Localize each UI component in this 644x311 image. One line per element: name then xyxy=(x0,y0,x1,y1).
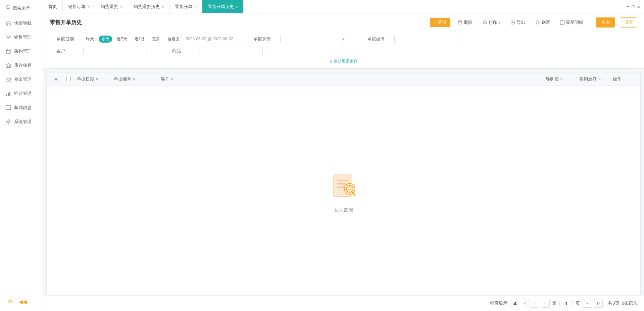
info-icon xyxy=(5,105,11,111)
page-header: 零售开单历史 + 新增 删除 打印 ▾ 导出 xyxy=(43,13,644,69)
setting-button[interactable]: 设置 xyxy=(620,17,637,28)
tab-retail-open-label: 零售开单 xyxy=(175,4,192,10)
th-no[interactable]: 单据编号 ⇅ xyxy=(111,76,158,82)
date-1month[interactable]: 近1月 xyxy=(132,36,148,43)
tab-retail-open[interactable]: 零售开单 × xyxy=(169,0,202,13)
sidebar-item-inventory[interactable]: 库存核算 xyxy=(0,58,43,72)
date-7days[interactable]: 近7天 xyxy=(114,36,130,43)
svg-rect-8 xyxy=(6,94,7,96)
collapse-sidebar-icon[interactable]: ◀◀ xyxy=(18,297,28,306)
date-custom[interactable]: 自定义 xyxy=(165,36,182,43)
sidebar-item-basic-info[interactable]: 基础信息 xyxy=(0,101,43,115)
tab-home[interactable]: 首页 xyxy=(43,0,63,13)
tab-sales-order[interactable]: 销售订单 × xyxy=(63,0,95,13)
refresh-button[interactable]: 刷新 xyxy=(533,18,553,27)
first-page-btn[interactable]: ⟨⟨ xyxy=(530,299,538,308)
close-btn[interactable]: × xyxy=(637,4,640,9)
prev-page-btn[interactable]: ＜ xyxy=(541,299,550,308)
date-more[interactable]: 更多 xyxy=(149,36,163,43)
th-amount[interactable]: 实销金额 ⇅ xyxy=(577,76,610,82)
filter-row-1: 单据日期 昨天 今天 近7天 近1月 更多 自定义 2023-06-02 至 2… xyxy=(56,35,631,43)
print-arrow-icon: ▾ xyxy=(499,21,500,24)
bag-icon xyxy=(5,48,11,54)
delete-button[interactable]: 删除 xyxy=(455,18,475,27)
th-customer[interactable]: 客户 ⇅ xyxy=(158,76,543,82)
sidebar-item-label: 经营管理 xyxy=(14,91,32,97)
customer-dots-icon[interactable]: ··· xyxy=(148,48,152,53)
tab-sales-order-close[interactable]: × xyxy=(88,5,90,9)
sidebar-item-sys-mgmt[interactable]: 系统管理 xyxy=(0,115,43,129)
collapse-row[interactable]: ∧ 收起更多条件 xyxy=(56,58,631,64)
date-today[interactable]: 今天 xyxy=(99,36,112,43)
page-title-row: 零售开单历史 + 新增 删除 打印 ▾ 导出 xyxy=(50,17,637,31)
export-icon xyxy=(510,20,515,25)
svg-line-1 xyxy=(9,8,10,10)
page-unit: 页 xyxy=(576,300,580,306)
sort-guide-icon: ⇅ xyxy=(560,77,563,81)
th-amount-label: 实销金额 xyxy=(579,76,597,82)
th-checkbox[interactable] xyxy=(62,77,74,81)
warehouse-icon xyxy=(5,62,11,68)
tab-retail-open-close[interactable]: × xyxy=(194,5,196,9)
filter-row-2: 客户 ··· 商品 ··· xyxy=(56,47,631,55)
tab-sales-return-history-label: 销货退货历史 xyxy=(134,4,160,10)
svg-point-14 xyxy=(8,121,9,123)
tab-retail-open-history[interactable]: 零售开单历史 × xyxy=(202,0,244,13)
date-yesterday[interactable]: 昨天 xyxy=(83,36,97,43)
select-all-checkbox[interactable] xyxy=(66,77,70,81)
svg-rect-4 xyxy=(6,50,10,53)
restore-btn[interactable]: □ xyxy=(632,4,634,9)
sidebar-item-operations[interactable]: 经营管理 xyxy=(0,87,43,101)
goods-input[interactable] xyxy=(199,47,263,55)
export-button[interactable]: 导出 xyxy=(508,18,528,27)
tab-sales-return-close[interactable]: × xyxy=(120,5,122,9)
cart-icon xyxy=(5,34,11,40)
sidebar-item-finance[interactable]: 资金管理 xyxy=(0,72,43,87)
print-button[interactable]: 打印 ▾ xyxy=(480,18,503,27)
table-container: 单据日期 ⇅ 单据编号 ⇅ 客户 ⇅ 导购员 ⇅ 实销金额 ⇅ xyxy=(46,72,641,295)
svg-rect-9 xyxy=(8,93,9,96)
sidebar-item-quick-nav[interactable]: 快捷导航 xyxy=(0,16,43,30)
th-date-label: 单据日期 xyxy=(77,76,94,82)
type-select[interactable] xyxy=(280,35,347,43)
sidebar-item-purchase-mgmt[interactable]: 采购管理 xyxy=(0,44,43,58)
th-customer-label: 客户 xyxy=(161,76,169,82)
query-button[interactable]: 查询 xyxy=(596,17,615,28)
next-page-btn[interactable]: ＞ xyxy=(583,299,591,308)
sidebar-bottom: ⚙ ◀◀ xyxy=(0,292,43,311)
th-no-label: 单据编号 xyxy=(114,76,131,82)
tab-sales-return[interactable]: 销货退货 × xyxy=(95,0,128,13)
settings-icon xyxy=(5,119,11,125)
no-input[interactable] xyxy=(394,35,458,43)
display-detail-checkbox[interactable] xyxy=(560,20,564,25)
tab-retail-open-history-close[interactable]: × xyxy=(236,5,238,9)
display-detail-button[interactable]: 显示明细 xyxy=(557,18,586,27)
th-date[interactable]: 单据日期 ⇅ xyxy=(74,76,111,82)
page-size-select[interactable]: 50 10 20 100 xyxy=(510,300,527,307)
search-icon xyxy=(5,5,11,11)
customer-input[interactable] xyxy=(83,47,147,55)
add-button[interactable]: + 新增 xyxy=(430,18,450,27)
tab-sales-return-history[interactable]: 销货退货历史 × xyxy=(128,0,169,13)
svg-rect-5 xyxy=(7,66,9,67)
last-page-btn[interactable]: ⟩⟩ xyxy=(594,299,603,308)
main-area: 首页 销售订单 × 销货退货 × 销货退货历史 × 零售开单 × 零售开单历史 … xyxy=(43,0,644,311)
th-guide[interactable]: 导购员 ⇅ xyxy=(543,76,577,82)
sidebar-item-label: 销售管理 xyxy=(14,34,32,40)
type-label: 单据类型 xyxy=(253,36,274,42)
chart-icon xyxy=(5,91,11,97)
print-icon xyxy=(483,20,487,25)
sidebar-item-sales-mgmt[interactable]: 销售管理 xyxy=(0,30,43,44)
gear-bottom-icon[interactable]: ⚙ xyxy=(5,297,15,306)
sidebar-search[interactable]: 搜索采单 xyxy=(0,0,43,16)
tab-home-label: 首页 xyxy=(48,4,57,10)
th-settings[interactable] xyxy=(50,77,62,82)
svg-rect-23 xyxy=(337,183,346,185)
tab-sales-return-history-close[interactable]: × xyxy=(162,5,164,9)
minimize-btn[interactable]: − xyxy=(627,4,629,9)
goods-dots-icon[interactable]: ··· xyxy=(264,48,268,53)
sidebar-item-label: 资金管理 xyxy=(14,76,32,83)
type-select-wrap: ▾ xyxy=(280,35,347,43)
page-number-input[interactable] xyxy=(559,300,573,307)
sidebar-search-label: 搜索采单 xyxy=(13,5,30,11)
